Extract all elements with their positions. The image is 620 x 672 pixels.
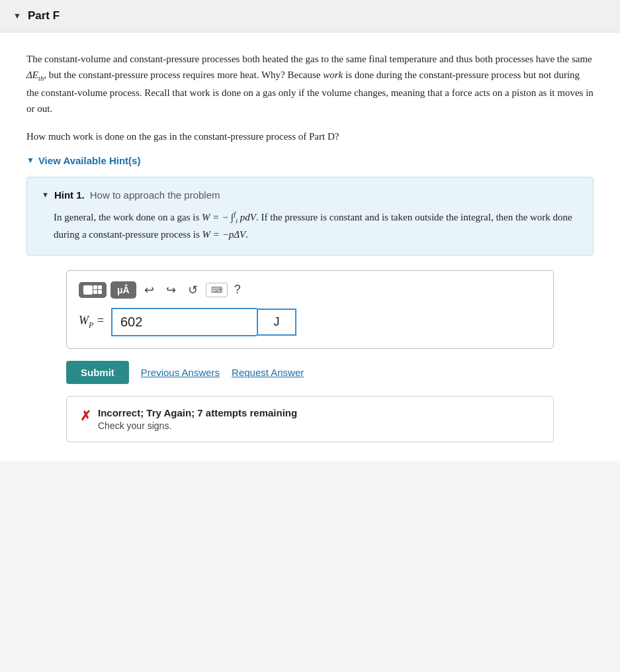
symbols-button[interactable]: μÂ (111, 281, 136, 299)
undo-button[interactable]: ↩ (140, 280, 158, 300)
keyboard-icon: ⌨ (211, 285, 222, 295)
template-button[interactable] (79, 282, 107, 298)
feedback-main-text: Incorrect; Try Again; 7 attempts remaini… (98, 407, 297, 418)
hint-arrow[interactable]: ▼ (42, 191, 49, 199)
hint-content: In general, the work done on a gas is W … (54, 209, 578, 243)
input-container: μÂ ↩ ↪ ↺ ⌨ ? WP = J (66, 270, 554, 349)
content-area: The constant-volume and constant-pressur… (0, 32, 620, 461)
block-icon (83, 285, 102, 295)
hints-toggle-arrow: ▼ (26, 156, 34, 165)
feedback-text-container: Incorrect; Try Again; 7 attempts remaini… (98, 407, 297, 431)
answer-input[interactable] (111, 308, 257, 336)
submit-row: Submit Previous Answers Request Answer (26, 361, 594, 384)
keyboard-button[interactable]: ⌨ (206, 283, 228, 297)
hint-subtitle: How to approach the problem (90, 189, 220, 201)
hints-toggle[interactable]: ▼ View Available Hint(s) (26, 155, 594, 166)
hint-title-row: ▼ Hint 1. How to approach the problem (42, 189, 578, 201)
hints-toggle-label: View Available Hint(s) (38, 155, 141, 166)
reset-button[interactable]: ↺ (184, 280, 202, 300)
redo-button[interactable]: ↪ (162, 280, 180, 300)
part-collapse-arrow[interactable]: ▼ (13, 11, 21, 21)
part-title: Part F (28, 9, 60, 23)
small-block-1 (93, 285, 97, 289)
hint-title: Hint 1. (54, 189, 85, 201)
small-block-2 (98, 285, 102, 289)
answer-row: WP = J (79, 308, 541, 336)
page-container: ▼ Part F The constant-volume and constan… (0, 0, 620, 461)
incorrect-icon: ✗ (80, 408, 91, 424)
feedback-sub-text: Check your signs. (98, 420, 297, 431)
part-header: ▼ Part F (0, 0, 620, 32)
help-button[interactable]: ? (232, 281, 244, 298)
description-paragraph1: The constant-volume and constant-pressur… (26, 51, 594, 117)
hint-box: ▼ Hint 1. How to approach the problem In… (26, 177, 594, 256)
feedback-box: ✗ Incorrect; Try Again; 7 attempts remai… (66, 396, 554, 442)
big-block (83, 285, 93, 295)
small-block-4 (98, 290, 102, 294)
request-answer-button[interactable]: Request Answer (232, 367, 304, 378)
math-toolbar: μÂ ↩ ↪ ↺ ⌨ ? (79, 280, 541, 300)
submit-button[interactable]: Submit (66, 361, 129, 384)
feedback-row: ✗ Incorrect; Try Again; 7 attempts remai… (80, 407, 540, 431)
previous-answers-button[interactable]: Previous Answers (141, 367, 220, 378)
answer-label: WP = (79, 314, 105, 330)
question-text: How much work is done on the gas in the … (26, 128, 594, 144)
small-block-3 (93, 290, 97, 294)
small-blocks (93, 285, 102, 294)
unit-box: J (257, 309, 296, 336)
